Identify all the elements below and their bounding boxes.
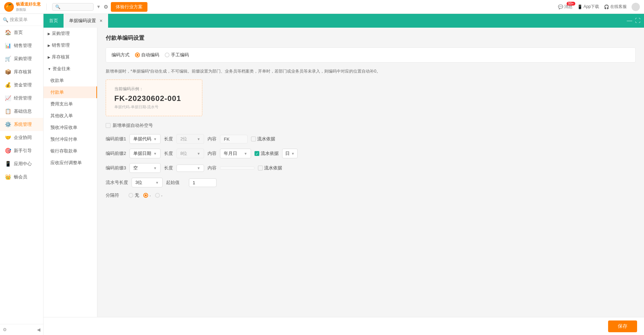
sidebar-item-label: 经营管理 (14, 95, 32, 101)
prefix-1-length-value: 2位 ▼ (176, 134, 204, 144)
tab-bar-actions: — ⛶ (627, 18, 644, 24)
prefix-3-select-value: 空 (133, 165, 138, 171)
prefix-row-2: 编码前缀2 单据日期 ▼ 长度 8位 ▼ 内容 年月日 (106, 149, 636, 158)
sidebar-item-app-center[interactable]: 📱 应用中心 (0, 157, 43, 170)
select-arrow-icon: ▼ (155, 181, 159, 185)
sidebar-item-basic-info[interactable]: 📋 基础信息 (0, 105, 43, 118)
app-download-button[interactable]: 📱 App下载 (577, 4, 599, 10)
prefix-1-checkbox-box (251, 137, 256, 141)
manual-radio-circle (165, 53, 170, 57)
sidebar-search[interactable]: 🔍 搜索菜单 (0, 14, 43, 26)
message-button[interactable]: 💬 消息 99+ (558, 4, 573, 10)
sub-item-bank-deposit[interactable]: 银行存取款单 (44, 145, 97, 157)
prefix-1-select[interactable]: 单据代码 ▼ (129, 134, 161, 144)
trial-button[interactable]: 体验行业方案 (111, 2, 147, 12)
sep-dot-radio[interactable]: · (143, 193, 151, 198)
inventory-icon: 📦 (5, 69, 11, 75)
page-title: 付款单编码设置 (106, 35, 636, 42)
gear-icon[interactable]: ⚙ (104, 4, 108, 10)
prefix-3-select[interactable]: 空 ▼ (129, 163, 161, 173)
auto-encode-radio[interactable]: 自动编码 (135, 52, 159, 58)
sep-none-label: 无 (135, 192, 139, 198)
select-arrow-icon: ▼ (197, 166, 200, 170)
save-button[interactable]: 保存 (608, 320, 637, 332)
sub-item-advance-offset[interactable]: 预付冲应付单 (44, 133, 97, 145)
sidebar-item-label: 企业协同 (14, 134, 32, 141)
prefix-2-content-label: 内容 (208, 150, 217, 157)
prefix-3-checkbox-label: 流水依据 (264, 165, 282, 171)
sidebar-footer: ⚙ ◀ (0, 324, 43, 335)
prefix-2-serial-checkbox[interactable]: 流水依据 (254, 150, 279, 157)
auto-fill-checkbox[interactable] (106, 123, 110, 128)
prefix-2-length-label: 长度 (164, 150, 173, 157)
sub-item-receipt[interactable]: 收款单 (44, 75, 97, 86)
day-select[interactable]: 日 ▼ (282, 149, 298, 158)
manual-encode-radio[interactable]: 手工编码 (165, 52, 189, 58)
sub-group-purchase-label: 采购管理 (52, 30, 70, 37)
prefix-3-length-value[interactable]: ▼ (176, 165, 204, 172)
message-icon: 💬 (558, 4, 563, 9)
tab-minimize-icon[interactable]: — (627, 18, 632, 24)
sub-group-inventory-title[interactable]: 库存核算 (44, 51, 97, 63)
sub-item-ar-ap-adjust[interactable]: 应收应付调整单 (44, 157, 97, 169)
sidebar-item-system[interactable]: ⚙️ 系统管理 (0, 118, 43, 131)
sub-item-expense[interactable]: 费用支出单 (44, 98, 97, 110)
prefix-3-length-label: 长度 (164, 165, 173, 171)
chevron-right-icon (48, 44, 50, 47)
prefix-3-serial-checkbox[interactable]: 流水依据 (258, 165, 282, 171)
encode-radio-group: 自动编码 手工编码 (135, 52, 189, 58)
content-area: 首页 单据编码设置 ✕ — ⛶ 采购管理 (44, 14, 644, 335)
sidebar-item-purchase[interactable]: 🛒 采购管理 (0, 52, 43, 65)
select-arrow-icon: ▼ (153, 166, 157, 170)
sidebar-item-enterprise[interactable]: 🤝 企业协同 (0, 131, 43, 144)
sidebar-item-sales[interactable]: 📊 销售管理 (0, 39, 43, 52)
tab-encode-label: 单据编码设置 (69, 18, 96, 24)
collapse-icon[interactable]: ◀ (37, 327, 40, 332)
service-button[interactable]: 🎧 在线客服 (604, 4, 627, 10)
prefix-1-serial-checkbox[interactable]: 流水依据 (251, 136, 275, 142)
preview-label: 当前编码示例： (114, 86, 194, 92)
main-layout: 🔍 搜索菜单 🏠 首页 📊 销售管理 🛒 采购管理 📦 库存核算 💰 (0, 0, 644, 335)
tab-maximize-icon[interactable]: ⛶ (635, 18, 641, 24)
sidebar-item-label: 基础信息 (14, 108, 32, 114)
avatar[interactable] (632, 3, 640, 11)
basic-info-icon: 📋 (5, 108, 11, 114)
tab-close-icon[interactable]: ✕ (99, 19, 103, 23)
prefix-2-label: 编码前缀2 (106, 150, 126, 157)
sidebar-item-finance[interactable]: 💰 资金管理 (0, 78, 43, 92)
sep-dash-radio[interactable]: · (155, 193, 163, 198)
sidebar-item-home[interactable]: 🏠 首页 (0, 26, 43, 39)
search-area[interactable]: 🔍 (52, 3, 94, 11)
start-value-input[interactable] (189, 178, 217, 187)
sidebar-item-guide[interactable]: 🎯 新手引导 (0, 144, 43, 157)
tab-bar: 首页 单据编码设置 ✕ — ⛶ (44, 14, 644, 28)
chevron-right-icon (48, 32, 50, 36)
sidebar-item-inventory[interactable]: 📦 库存核算 (0, 65, 43, 78)
sub-group-sales-title[interactable]: 销售管理 (44, 39, 97, 51)
form-area: 付款单编码设置 编码方式 自动编码 手工编码 (97, 28, 644, 335)
sidebar-item-operations[interactable]: 📈 经营管理 (0, 92, 43, 105)
prefix-2-length-value: 8位 ▼ (176, 149, 204, 158)
sidebar-item-vip[interactable]: 👑 畅会员 (0, 170, 43, 184)
logo-text: 畅通道好生意 旗舰版 (16, 1, 41, 12)
settings-icon[interactable]: ⚙ (3, 327, 7, 332)
top-bar: 🍊 畅通道好生意 旗舰版 🔍 ▼ ⚙ 体验行业方案 💬 消息 99+ 📱 App… (0, 0, 644, 14)
prefix-1-checkbox-label: 流水依据 (257, 136, 275, 142)
sub-group-purchase-title[interactable]: 采购管理 (44, 28, 97, 39)
serial-length-select[interactable]: 3位 ▼ (132, 178, 163, 187)
sub-group-capital-title[interactable]: 资金往来 (44, 63, 97, 75)
start-value-label: 起始值 (166, 179, 185, 186)
tab-encode-settings[interactable]: 单据编码设置 ✕ (64, 14, 108, 28)
info-text: 新增单据时，*单据编码*自动生成，不可编辑。前缀设置为部门、业务员等档案类，开单… (106, 68, 636, 75)
tab-home[interactable]: 首页 (44, 14, 64, 28)
sub-item-other-income[interactable]: 其他收入单 (44, 110, 97, 122)
sub-sidebar: 采购管理 销售管理 库存核算 (44, 28, 97, 335)
sub-item-prepay-offset[interactable]: 预收冲应收单 (44, 122, 97, 133)
sidebar: 🔍 搜索菜单 🏠 首页 📊 销售管理 🛒 采购管理 📦 库存核算 💰 (0, 14, 44, 335)
sep-none-radio[interactable]: 无 (128, 192, 139, 198)
prefix-2-select[interactable]: 单据日期 ▼ (129, 149, 161, 158)
prefix-2-content-select[interactable]: 年月日 ▼ (220, 149, 251, 158)
sub-item-payment[interactable]: 付款单 (44, 86, 97, 98)
chevron-down-icon[interactable]: ▼ (96, 4, 101, 9)
serial-length-value: 3位 (135, 179, 142, 186)
